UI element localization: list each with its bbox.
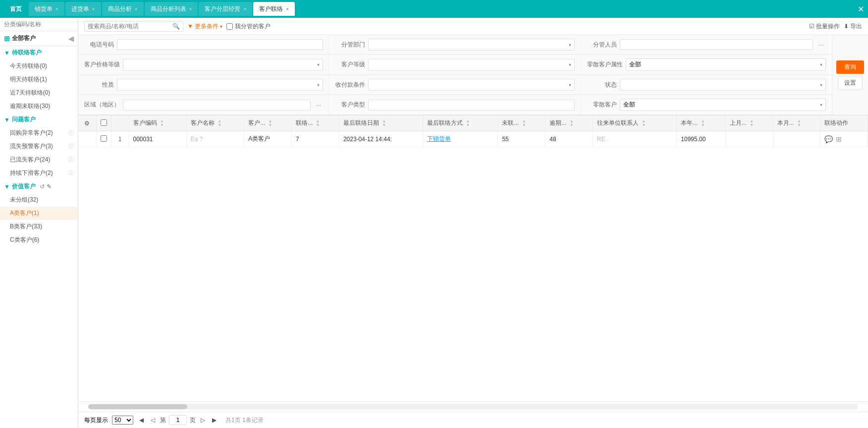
nav-tab-customer-segment[interactable]: 客户分层经营 × — [199, 2, 252, 16]
pagination: ◀ ◁ 第 页 ▷ ▶ 共1页 1条记录 — [137, 415, 264, 425]
settings-button[interactable]: 设置 — [838, 76, 863, 90]
sort-arrows-ty[interactable]: ▲▼ — [701, 119, 705, 127]
export-button[interactable]: ⬇ 导出 — [844, 22, 862, 31]
sort-arrows-lcm[interactable]: ▲▼ — [466, 119, 470, 127]
sort-arrows-nc[interactable]: ▲▼ — [522, 119, 526, 127]
col-overdue-label: 逾期... — [549, 119, 566, 126]
filter-price-grade: 客户价格等级 ▾ — [78, 55, 329, 75]
refresh-icon[interactable]: ↺ — [40, 183, 45, 190]
select-all-checkbox[interactable] — [101, 119, 107, 126]
filter-retail-attr-select[interactable]: 全部 ▾ — [626, 58, 826, 71]
sidebar-section-value[interactable]: ▼ 价值客户 ↺ ✎ — [0, 180, 78, 193]
close-all-button[interactable]: ✕ — [858, 4, 864, 14]
table-header-row: ⚙ 客户编码 ▲▼ 客户名称 ▲▼ — [78, 115, 868, 131]
filter-phone-input[interactable] — [117, 39, 323, 50]
filter-payment-select[interactable]: ▾ — [368, 79, 574, 91]
filter-customer-type-input[interactable] — [368, 100, 574, 110]
filter-customer-grade: 客户等级 ▾ — [329, 55, 581, 75]
page-input[interactable] — [169, 415, 187, 425]
sidebar-item-already-lost[interactable]: 已流失客户(24) ⓘ — [0, 153, 78, 166]
sidebar-section-problem[interactable]: ▼ 问题客户 — [0, 113, 78, 126]
nav-tab-sales-close[interactable]: × — [55, 6, 58, 12]
filter-row-4: 区域（地区） ··· 客户类型 零散客户 全部 ▾ — [78, 95, 832, 115]
filter-dept-label: 分管部门 — [335, 41, 365, 49]
sidebar-item-continuous-down[interactable]: 持续下滑客户(2) ⓘ — [0, 166, 78, 180]
sidebar-item-class-c[interactable]: C类客户(6) — [0, 233, 78, 247]
row-checkbox[interactable] — [101, 135, 107, 142]
row-last-contact-method[interactable]: 下销货单 — [427, 135, 451, 142]
query-button[interactable]: 查询 — [836, 60, 864, 74]
col-header-this-year: 本年... ▲▼ — [677, 115, 725, 131]
sidebar-item-lost-forecast[interactable]: 流失预警客户(3) ⓘ — [0, 140, 78, 153]
nav-tab-customer-contact-close[interactable]: × — [286, 6, 289, 12]
sort-arrows-od[interactable]: ▲▼ — [570, 119, 574, 127]
sort-arrows-cc[interactable]: ▲▼ — [642, 119, 646, 127]
filter-search-icon[interactable]: 🔍 — [172, 23, 180, 30]
row-no-contact: 55 — [502, 136, 508, 143]
nav-tab-purchase-close[interactable]: × — [92, 6, 95, 12]
nav-tab-home[interactable]: 首页 — [4, 2, 28, 16]
filter-nature: 性质 ▾ — [78, 75, 329, 95]
sidebar-collapse-icon[interactable]: ◀ — [68, 35, 74, 43]
section-label-pending: 待联络客户 — [12, 49, 42, 57]
comment-icon[interactable]: 💬 — [824, 135, 833, 143]
sidebar-search-input[interactable] — [4, 21, 78, 28]
col-last-contact-date-label: 最后联络日期 — [343, 119, 379, 126]
nav-tab-goods-list[interactable]: 商品分析列表 × — [145, 2, 198, 16]
batch-ops-button[interactable]: ☑ 批量操作 — [809, 22, 840, 31]
sort-arrows-lcd[interactable]: ▲▼ — [382, 119, 386, 127]
sidebar-item-unclassified[interactable]: 未分组(32) — [0, 193, 78, 207]
my-customers-checkbox[interactable] — [226, 23, 233, 30]
nav-tab-customer-segment-close[interactable]: × — [243, 6, 246, 12]
filter-retail-label: 零散客户 — [587, 101, 617, 109]
horizontal-scrollbar[interactable] — [88, 404, 858, 410]
filter-customer-type: 客户类型 — [329, 95, 581, 115]
filter-price-grade-select[interactable]: ▾ — [123, 59, 323, 71]
sort-arrows-name[interactable]: ▲▼ — [217, 119, 221, 127]
table-container: ⚙ 客户编码 ▲▼ 客户名称 ▲▼ — [78, 115, 868, 401]
sort-arrows-lm[interactable]: ▲▼ — [750, 119, 754, 127]
per-page-select[interactable]: 50 100 200 — [112, 416, 133, 425]
sort-arrows-code[interactable]: ▲▼ — [160, 119, 164, 127]
sort-arrows-type[interactable]: ▲▼ — [269, 119, 272, 127]
nav-tab-customer-contact[interactable]: 客户联络 × — [253, 2, 295, 16]
sidebar-item-repurchase[interactable]: 回购异常客户(2) ⓘ — [0, 126, 78, 140]
filter-retail-attr-label: 零散客户属性 — [587, 60, 623, 69]
first-page-btn[interactable]: ◀ — [137, 416, 146, 424]
sort-arrows-contact[interactable]: ▲▼ — [316, 119, 320, 127]
last-page-btn[interactable]: ▶ — [210, 416, 218, 424]
nav-tab-goods-analysis-close[interactable]: × — [135, 6, 138, 12]
edit-icon[interactable]: ✎ — [47, 183, 52, 190]
filter-more-btn[interactable]: ▼ 更多条件 ▾ — [187, 22, 222, 31]
sidebar-item-class-a[interactable]: A类客户(1) — [0, 207, 78, 220]
filter-region-more[interactable]: ··· — [314, 101, 324, 109]
sidebar-item-7days[interactable]: 近7天待联络(0) — [0, 86, 78, 100]
filter-customer-grade-select[interactable]: ▾ — [368, 59, 574, 71]
next-page-btn[interactable]: ▷ — [199, 416, 207, 424]
nav-tab-goods-analysis[interactable]: 商品分析 × — [102, 2, 144, 16]
nav-tab-sales[interactable]: 销货单 × — [29, 2, 64, 16]
filter-retail-select[interactable]: 全部 ▾ — [620, 99, 826, 111]
gear-icon-header[interactable]: ⚙ — [82, 120, 92, 127]
filter-status-select[interactable]: ▾ — [620, 79, 826, 91]
sidebar-item-today[interactable]: 今天待联络(0) — [0, 59, 78, 73]
filter-nature-select[interactable]: ▾ — [117, 79, 323, 91]
filter-grid-container: 电话号码 分管部门 ▾ 分管人员 ··· — [78, 35, 868, 115]
filter-search-box: 🔍 — [84, 21, 183, 32]
nav-tab-goods-list-close[interactable]: × — [189, 6, 192, 12]
sidebar-section-pending[interactable]: ▼ 待联络客户 — [0, 46, 78, 59]
filter-person-input[interactable] — [620, 39, 814, 50]
qrcode-icon[interactable]: ⊞ — [836, 135, 842, 143]
total-label: 共1页 1条记录 — [225, 416, 264, 425]
sidebar-item-overdue[interactable]: 逾期未联络(30) — [0, 100, 78, 113]
filter-region-input[interactable] — [123, 100, 311, 110]
filter-search-input[interactable] — [88, 23, 170, 30]
sort-arrows-tm[interactable]: ▲▼ — [797, 119, 801, 127]
filter-dept-select[interactable]: ▾ — [368, 39, 574, 51]
nav-tab-home-label: 首页 — [10, 5, 22, 13]
prev-page-btn[interactable]: ◁ — [149, 416, 157, 424]
sidebar-item-tomorrow[interactable]: 明天待联络(1) — [0, 73, 78, 86]
filter-person-more[interactable]: ··· — [816, 41, 826, 49]
sidebar-item-class-b[interactable]: B类客户(33) — [0, 220, 78, 233]
nav-tab-purchase[interactable]: 进货单 × — [65, 2, 101, 16]
